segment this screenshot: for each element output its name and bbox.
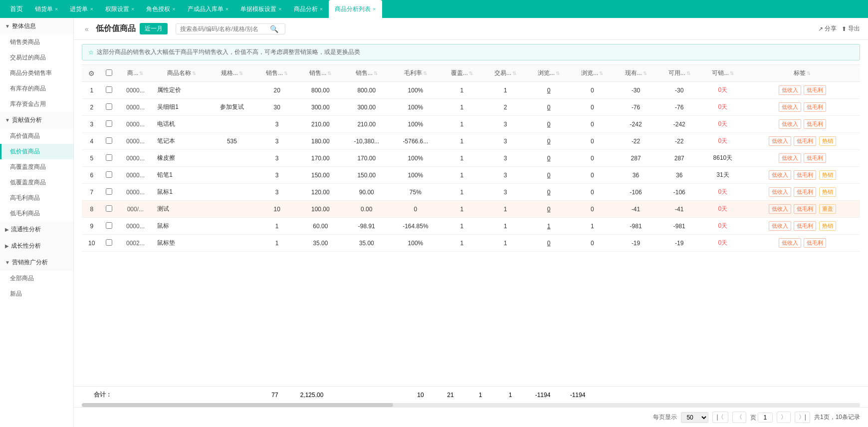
cell-checkbox-5[interactable] — [101, 167, 116, 184]
sort-icon-sale-profit[interactable]: ⇅ — [374, 70, 378, 76]
sidebar-group-overall[interactable]: ▼ 整体信息 — [0, 18, 73, 34]
nav-sales-close[interactable]: × — [55, 6, 58, 12]
sidebar-group-contribution[interactable]: ▼ 贡献值分析 — [0, 112, 73, 128]
sidebar-item-category-sales-rate[interactable]: 商品分类销售率 — [0, 65, 73, 81]
sort-icon-name[interactable]: ⇅ — [192, 70, 196, 76]
nav-product-warehousing-close[interactable]: × — [225, 6, 228, 12]
th-checkbox[interactable] — [101, 65, 116, 82]
nav-role-auth[interactable]: 角色授权× — [140, 0, 181, 18]
table-container[interactable]: ⚙ 商...⇅ 商品名称⇅ 规格...⇅ 销售...⇅ 销售...⇅ 销售...… — [74, 64, 868, 386]
cell-checkbox-7[interactable] — [101, 201, 116, 218]
sidebar-item-low-value[interactable]: 低价值商品 — [0, 144, 73, 159]
row-checkbox-1[interactable] — [106, 103, 112, 110]
row-checkbox-6[interactable] — [106, 188, 112, 195]
sidebar-group-marketing[interactable]: ▼ 营销推广分析 — [0, 254, 73, 271]
sidebar-item-high-coverage[interactable]: 高覆盖度商品 — [0, 159, 73, 175]
nav-product-warehousing[interactable]: 产成品入库单× — [182, 0, 234, 18]
sidebar-item-all-products[interactable]: 全部商品 — [0, 271, 73, 286]
cell-browse1-5[interactable]: 0 — [527, 167, 571, 184]
th-browse1[interactable]: 浏览...⇅ — [527, 65, 571, 82]
cell-checkbox-4[interactable] — [101, 150, 116, 167]
sidebar-group-circulation[interactable]: ▶ 流通性分析 — [0, 221, 73, 238]
th-sale-profit[interactable]: 销售...⇅ — [342, 65, 391, 82]
sidebar-item-low-coverage[interactable]: 低覆盖度商品 — [0, 175, 73, 190]
nav-permissions[interactable]: 权限设置× — [99, 0, 140, 18]
sort-icon-saleable-days[interactable]: ⇅ — [730, 70, 734, 76]
sort-icon-transaction[interactable]: ⇅ — [512, 70, 516, 76]
search-input[interactable] — [180, 25, 270, 32]
sort-icon-gross-margin[interactable]: ⇅ — [423, 70, 427, 76]
nav-product-analysis-list-close[interactable]: × — [373, 6, 376, 12]
page-number-input[interactable] — [758, 413, 773, 423]
cell-checkbox-1[interactable] — [101, 99, 116, 116]
sidebar-item-high-margin[interactable]: 高毛利商品 — [0, 190, 73, 206]
th-browse2[interactable]: 浏览...⇅ — [571, 65, 614, 82]
th-tags[interactable]: 标签⇅ — [745, 65, 860, 82]
nav-product-analysis-list[interactable]: 商品分析列表× — [329, 0, 382, 18]
sidebar-item-new-products[interactable]: 新品 — [0, 286, 73, 302]
sort-icon-coverage[interactable]: ⇅ — [469, 70, 473, 76]
cell-browse1-2[interactable]: 0 — [527, 116, 571, 133]
sidebar-item-traded-products[interactable]: 交易过的商品 — [0, 50, 73, 65]
th-gear[interactable]: ⚙ — [82, 65, 101, 82]
filter-recent-month-button[interactable]: 近一月 — [140, 23, 168, 34]
sort-icon-browse1[interactable]: ⇅ — [556, 70, 560, 76]
sidebar-group-growth[interactable]: ▶ 成长性分析 — [0, 238, 73, 254]
last-page-button[interactable]: 〉| — [795, 412, 810, 423]
cell-checkbox-6[interactable] — [101, 184, 116, 201]
nav-sales[interactable]: 销货单× — [29, 0, 64, 18]
cell-checkbox-9[interactable] — [101, 235, 116, 252]
nav-purchase-close[interactable]: × — [90, 6, 93, 12]
th-code[interactable]: 商...⇅ — [116, 65, 154, 82]
cell-browse1-8[interactable]: 1 — [527, 218, 571, 235]
nav-permissions-close[interactable]: × — [131, 6, 134, 12]
sort-icon-spec[interactable]: ⇅ — [239, 70, 243, 76]
cell-browse1-1[interactable]: 0 — [527, 99, 571, 116]
next-page-button[interactable]: 〉 — [777, 412, 791, 423]
row-checkbox-0[interactable] — [106, 86, 112, 93]
sort-icon-code[interactable]: ⇅ — [139, 70, 143, 76]
th-sale-amount[interactable]: 销售...⇅ — [299, 65, 342, 82]
cell-checkbox-0[interactable] — [101, 82, 116, 99]
share-button[interactable]: ↗ 分享 — [818, 24, 837, 33]
sort-icon-tags[interactable]: ⇅ — [807, 70, 811, 76]
cell-checkbox-8[interactable] — [101, 218, 116, 235]
sort-icon-sale-qty[interactable]: ⇅ — [284, 70, 288, 76]
row-checkbox-5[interactable] — [106, 171, 112, 178]
sidebar-item-high-value[interactable]: 高价值商品 — [0, 128, 73, 144]
th-coverage[interactable]: 覆盖...⇅ — [440, 65, 483, 82]
cell-browse1-3[interactable]: 0 — [527, 133, 571, 150]
th-gross-margin[interactable]: 毛利率⇅ — [391, 65, 440, 82]
nav-template-settings-close[interactable]: × — [278, 6, 281, 12]
cell-browse1-6[interactable]: 0 — [527, 184, 571, 201]
cell-browse1-7[interactable]: 0 — [527, 201, 571, 218]
row-checkbox-3[interactable] — [106, 137, 112, 144]
th-name[interactable]: 商品名称⇅ — [154, 65, 209, 82]
prev-page-button[interactable]: 〈 — [732, 412, 746, 423]
row-checkbox-9[interactable] — [106, 239, 112, 246]
th-spec[interactable]: 规格...⇅ — [209, 65, 255, 82]
row-checkbox-4[interactable] — [106, 154, 112, 161]
search-icon[interactable]: 🔍 — [270, 25, 278, 33]
nav-home[interactable]: 首页 — [4, 0, 29, 18]
collapse-sidebar-button[interactable]: « — [82, 24, 92, 34]
th-available-stock[interactable]: 可用...⇅ — [657, 65, 701, 82]
sidebar-item-sales-products[interactable]: 销售类商品 — [0, 34, 73, 50]
select-all-checkbox[interactable] — [106, 69, 112, 76]
cell-browse1-9[interactable]: 0 — [527, 235, 571, 252]
row-checkbox-7[interactable] — [106, 205, 112, 212]
row-checkbox-8[interactable] — [106, 222, 112, 229]
row-checkbox-2[interactable] — [106, 120, 112, 127]
nav-template-settings[interactable]: 单据模板设置× — [234, 0, 287, 18]
cell-browse1-0[interactable]: 0 — [527, 82, 571, 99]
nav-product-analysis-close[interactable]: × — [320, 6, 323, 12]
th-sale-qty[interactable]: 销售...⇅ — [255, 65, 299, 82]
sort-icon-browse2[interactable]: ⇅ — [599, 70, 603, 76]
sidebar-item-inventory-products[interactable]: 有库存的商品 — [0, 81, 73, 96]
th-transaction[interactable]: 交易...⇅ — [483, 65, 527, 82]
nav-role-auth-close[interactable]: × — [172, 6, 175, 12]
nav-purchase[interactable]: 进货单× — [64, 0, 99, 18]
cell-checkbox-3[interactable] — [101, 133, 116, 150]
cell-checkbox-2[interactable] — [101, 116, 116, 133]
sidebar-item-inventory-capital[interactable]: 库存资金占用 — [0, 96, 73, 112]
